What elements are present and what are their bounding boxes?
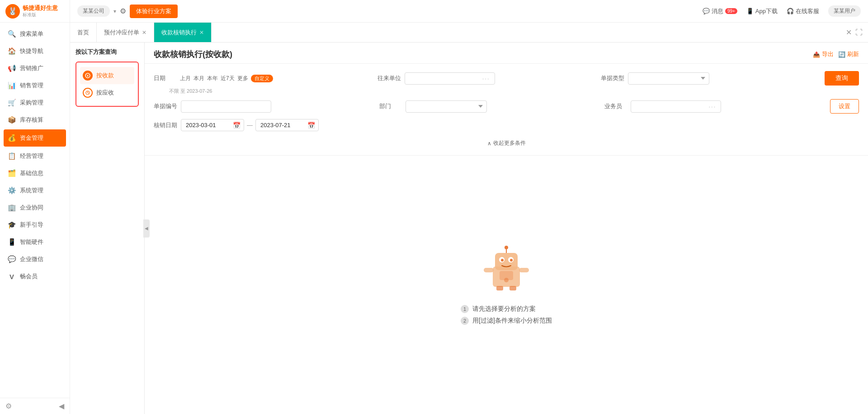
sidebar-item-guide[interactable]: 🎓 新手引导 (0, 216, 70, 233)
empty-illustration (479, 242, 533, 296)
management-icon: 📋 (7, 152, 16, 160)
sidebar-item-wechat[interactable]: 💬 企业微信 (0, 251, 70, 268)
refresh-button[interactable]: 🔄 刷新 (838, 50, 859, 58)
tab-receipt-close[interactable]: ✕ (199, 29, 204, 36)
home-icon: 🏠 (7, 47, 16, 55)
refresh-icon: 🔄 (838, 51, 845, 58)
footer-settings-icon[interactable]: ⚙ (5, 402, 12, 410)
sidebar-item-sales[interactable]: 📊 销售管理 (0, 77, 70, 94)
date-more[interactable]: 更多 (237, 75, 248, 82)
query-button[interactable]: 查询 (825, 71, 859, 86)
tab-home[interactable]: 首页 (70, 23, 97, 42)
bill-no-input[interactable] (181, 100, 271, 113)
empty-steps-list: 1 请先选择要分析的方案 2 用[过滤]条件来缩小分析范围 (461, 305, 552, 328)
step2-num: 2 (461, 317, 469, 325)
header-gear-icon[interactable]: ⚙ (120, 7, 126, 15)
online-service-action[interactable]: 🎧 在线客服 (787, 7, 819, 15)
sidebar-item-inventory[interactable]: 📦 库存核算 (0, 111, 70, 128)
department-select[interactable] (406, 100, 487, 113)
department-label: 部门 (379, 102, 402, 110)
company-dropdown-icon[interactable]: ▾ (113, 8, 116, 14)
staff-dots: ··· (709, 103, 717, 110)
company-name-badge[interactable]: 某某公司 (77, 5, 110, 17)
app-download-action[interactable]: 📱 App下载 (746, 7, 778, 15)
sidebar-item-hardware[interactable]: 📱 智能硬件 (0, 233, 70, 251)
tab-prepay[interactable]: 预付冲应付单 ✕ (97, 23, 154, 42)
tabs-right-controls: ✕ ⛶ (840, 23, 868, 42)
date-7days[interactable]: 近7天 (221, 75, 235, 82)
date-custom-badge[interactable]: 自定义 (251, 75, 273, 82)
money-icon: ¥ (85, 73, 90, 78)
bill-type-label: 单据类型 (601, 74, 624, 82)
sidebar-item-search-menu[interactable]: 🔍 搜索菜单 (0, 25, 70, 43)
tab-fullscreen-icon[interactable]: ⛶ (855, 29, 863, 37)
bill-type-select[interactable] (628, 72, 709, 85)
header-right: 💬 消息 99+ 📱 App下载 🎧 在线客服 某某用户 (703, 5, 861, 17)
empty-step-2: 2 用[过滤]条件来缩小分析范围 (461, 317, 552, 325)
sidebar: 🐰 畅捷通好生意 标准版 🔍 搜索菜单 🏠 快捷导航 📢 营销推广 📊 销售管理… (0, 0, 70, 414)
collapse-more-btn[interactable]: ∧ 收起更多条件 (154, 137, 859, 148)
settings-button[interactable]: 设置 (830, 99, 859, 114)
sidebar-item-member[interactable]: V 畅会员 (0, 268, 70, 285)
industry-button[interactable]: 体验行业方案 (130, 5, 178, 18)
sidebar-item-management[interactable]: 📋 经营管理 (0, 148, 70, 165)
tab-prepay-close[interactable]: ✕ (142, 29, 146, 36)
write-off-end-input[interactable] (255, 119, 319, 131)
messages-action[interactable]: 💬 消息 99+ (703, 7, 737, 15)
tabs-bar: 首页 预付冲应付单 ✕ 收款核销执行 ✕ ✕ ⛶ (70, 23, 868, 43)
svg-rect-6 (495, 253, 518, 270)
purchase-icon: 🛒 (7, 99, 16, 107)
logo-text: 畅捷通好生意 标准版 (23, 5, 58, 18)
counterparty-input[interactable]: ··· (405, 72, 495, 85)
sidebar-item-quick-nav[interactable]: 🏠 快捷导航 (0, 43, 70, 60)
hardware-icon: 📱 (7, 238, 16, 246)
form-row-3: 核销日期 📅 — 📅 (154, 119, 859, 131)
finance-icon: 💰 (7, 134, 16, 142)
date-last-month[interactable]: 上月 (180, 75, 191, 82)
header-left: 某某公司 ▾ ⚙ 体验行业方案 (77, 5, 178, 18)
svg-point-12 (505, 246, 508, 249)
tab-close-all-icon[interactable]: ✕ (846, 28, 852, 37)
footer-collapse-icon[interactable]: ◀ (59, 402, 64, 410)
filter-by-receipt[interactable]: ¥ 按收款 (80, 67, 134, 84)
filter-by-receivable[interactable]: 按应收 (80, 84, 134, 101)
logo-icon: 🐰 (5, 4, 20, 19)
page-title-bar: 收款核销执行(按收款) 📤 导出 🔄 刷新 (145, 43, 868, 64)
tab-receipt[interactable]: 收款核销执行 ✕ (154, 23, 212, 42)
write-off-start-wrap: 📅 (181, 119, 244, 131)
wechat-icon: 💬 (7, 255, 16, 263)
sidebar-item-system[interactable]: ⚙️ 系统管理 (0, 182, 70, 199)
filter-sidebar-title: 按以下方案查询 (75, 48, 139, 56)
sidebar-item-marketing[interactable]: 📢 营销推广 (0, 60, 70, 77)
sidebar-logo: 🐰 畅捷通好生意 标准版 (0, 0, 70, 23)
member-icon: V (7, 273, 16, 281)
date-dash: — (247, 122, 253, 128)
sidebar-item-basic-info[interactable]: 🗂️ 基础信息 (0, 165, 70, 182)
export-button[interactable]: 📤 导出 (813, 50, 834, 58)
sidebar-item-purchase[interactable]: 🛒 采购管理 (0, 94, 70, 111)
bill-no-label: 单据编号 (154, 102, 177, 110)
sidebar-item-finance[interactable]: 💰 资金管理 (4, 129, 66, 147)
staff-input[interactable]: ··· (631, 100, 721, 113)
write-off-date-group: 核销日期 📅 — 📅 (154, 119, 859, 131)
write-off-start-input[interactable] (181, 119, 244, 131)
staff-group: 业务员 ··· (604, 100, 819, 113)
svg-rect-14 (509, 286, 516, 290)
counterparty-group: 往来单位 ··· (377, 72, 590, 85)
export-icon: 📤 (813, 51, 820, 58)
user-avatar[interactable]: 某某用户 (828, 5, 861, 17)
main-area: 某某公司 ▾ ⚙ 体验行业方案 💬 消息 99+ 📱 App下载 🎧 在线客服 … (70, 0, 868, 414)
empty-step-1: 1 请先选择要分析的方案 (461, 305, 552, 313)
filter-sidebar: 按以下方案查询 ¥ 按收款 (70, 43, 145, 414)
sidebar-item-enterprise[interactable]: 🏢 企业协同 (0, 199, 70, 216)
date-this-year[interactable]: 本年 (207, 75, 218, 82)
write-off-date-range: 📅 — 📅 (181, 119, 319, 131)
svg-rect-13 (496, 286, 503, 290)
date-this-month[interactable]: 本月 (193, 75, 204, 82)
filter-sidebar-collapse-btn[interactable]: ◀ (143, 219, 150, 238)
write-off-end-wrap: 📅 (255, 119, 319, 131)
app-icon: 📱 (746, 8, 754, 14)
clock-icon (85, 90, 90, 95)
system-icon: ⚙️ (7, 186, 16, 195)
staff-label: 业务员 (604, 102, 627, 110)
